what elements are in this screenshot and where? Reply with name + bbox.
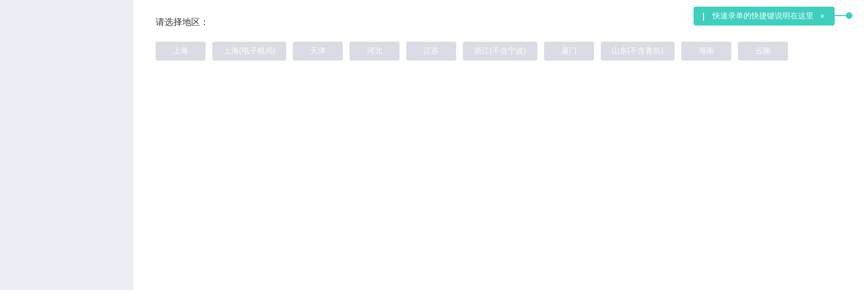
region-button-hebei[interactable]: 河北 — [350, 42, 400, 61]
region-button-zhejiang[interactable]: 浙江(不含宁波) — [463, 42, 537, 61]
region-buttons: 上海上海(电子税局)天津河北江苏浙江(不含宁波)厦门山东(不含青岛)海南云南 — [156, 42, 846, 61]
region-button-tianjin[interactable]: 天津 — [293, 42, 343, 61]
tooltip-close-button[interactable]: × — [819, 12, 826, 20]
region-button-jiangsu[interactable]: 江苏 — [406, 42, 456, 61]
region-button-shanghai-etax[interactable]: 上海(电子税局) — [212, 42, 286, 61]
sidebar — [0, 0, 133, 290]
main-content: 请选择地区： 上海上海(电子税局)天津河北江苏浙江(不含宁波)厦门山东(不含青岛… — [133, 0, 868, 290]
region-button-hainan[interactable]: 海南 — [681, 42, 731, 61]
tooltip-banner: 快速录单的快捷键说明在这里 × — [694, 7, 835, 26]
region-button-yunnan[interactable]: 云南 — [738, 42, 788, 61]
tooltip-line — [835, 15, 846, 16]
tooltip-text: 快速录单的快捷键说明在这里 — [712, 11, 814, 21]
tooltip-dot — [846, 12, 852, 19]
region-button-shandong[interactable]: 山东(不含青岛) — [601, 42, 675, 61]
region-button-shanghai[interactable]: 上海 — [156, 42, 206, 61]
region-button-xiamen[interactable]: 厦门 — [544, 42, 594, 61]
